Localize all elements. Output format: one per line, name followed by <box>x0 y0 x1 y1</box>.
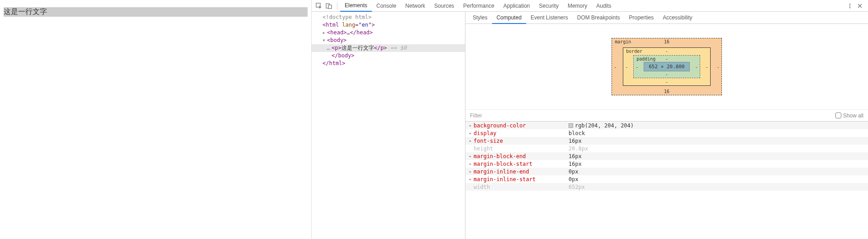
computed-property-row[interactable]: height20.8px <box>465 145 868 152</box>
styles-tab-computed[interactable]: Computed <box>492 12 526 24</box>
styles-tab-properties[interactable]: Properties <box>624 12 658 24</box>
box-model-border-label: border <box>626 49 642 54</box>
dom-line: ▸<head>…</head> <box>312 29 465 37</box>
property-value: rgb(204, 204, 204) <box>569 122 864 129</box>
computed-property-row[interactable]: ▸margin-block-end16px <box>465 152 868 160</box>
property-value: 16px <box>569 161 864 167</box>
property-name: width <box>474 184 569 190</box>
computed-properties-list[interactable]: ▸background-colorrgb(204, 204, 204)▸disp… <box>465 122 868 239</box>
styles-sidebar: Styles Computed Event Listeners DOM Brea… <box>465 12 868 239</box>
tab-console[interactable]: Console <box>372 0 401 12</box>
expand-triangle-icon[interactable]: ▸ <box>469 123 474 128</box>
styles-tab-accessibility[interactable]: Accessibility <box>658 12 697 24</box>
property-name: margin-inline-end <box>474 169 569 175</box>
tab-application[interactable]: Application <box>499 0 535 12</box>
tab-network[interactable]: Network <box>401 0 430 12</box>
toolbar-separator <box>337 2 337 9</box>
dom-line: <!doctype html> <box>312 14 465 21</box>
styles-tab-event-listeners[interactable]: Event Listeners <box>526 12 573 24</box>
property-value: 16px <box>569 138 864 144</box>
box-model-padding-label: padding <box>636 56 655 61</box>
computed-property-row[interactable]: width652px <box>465 183 868 191</box>
property-value: 0px <box>569 176 864 183</box>
color-swatch-icon[interactable] <box>569 123 573 128</box>
tab-elements[interactable]: Elements <box>340 0 372 12</box>
sample-paragraph[interactable]: 这是一行文字 <box>4 7 308 17</box>
property-name: margin-block-start <box>474 161 569 167</box>
property-name: background-color <box>474 122 569 129</box>
inspect-element-icon[interactable] <box>314 1 323 10</box>
devtools-toolbar: Elements Console Network Sources Perform… <box>312 0 868 12</box>
property-value: 16px <box>569 153 864 159</box>
dom-line: ▾<body> <box>312 37 465 44</box>
dom-line: <html lang="en"> <box>312 21 465 29</box>
kebab-menu-icon[interactable] <box>845 1 854 10</box>
styles-tab-dom-breakpoints[interactable]: DOM Breakpoints <box>573 12 625 24</box>
expand-triangle-icon[interactable]: ▸ <box>469 177 474 182</box>
property-value: 652px <box>569 184 864 190</box>
property-name: margin-block-end <box>474 153 569 159</box>
show-all-checkbox[interactable] <box>835 112 841 118</box>
svg-point-5 <box>849 7 850 8</box>
styles-tab-styles[interactable]: Styles <box>468 12 492 24</box>
expand-triangle-icon[interactable]: ▸ <box>469 154 474 159</box>
box-model-content: 652 × 20.800 <box>644 62 689 71</box>
tab-performance[interactable]: Performance <box>459 0 499 12</box>
expand-triangle-icon[interactable]: ▸ <box>469 138 474 143</box>
rendered-page: 这是一行文字 <box>0 0 311 239</box>
tab-sources[interactable]: Sources <box>430 0 459 12</box>
tab-security[interactable]: Security <box>535 0 563 12</box>
property-name: height <box>474 145 569 152</box>
svg-rect-2 <box>328 5 332 9</box>
svg-point-4 <box>849 5 850 6</box>
styles-tabs: Styles Computed Event Listeners DOM Brea… <box>465 12 868 24</box>
dom-line: </html> <box>312 60 465 67</box>
computed-property-row[interactable]: ▸background-colorrgb(204, 204, 204) <box>465 122 868 129</box>
expand-triangle-icon[interactable]: ▸ <box>469 169 474 174</box>
property-value: 20.8px <box>569 145 864 152</box>
dom-line: </body> <box>312 52 465 60</box>
computed-filter-bar: Filter Show all <box>465 110 868 122</box>
device-toolbar-icon[interactable] <box>324 1 333 10</box>
property-value: 0px <box>569 169 864 175</box>
computed-property-row[interactable]: ▸margin-inline-end0px <box>465 168 868 175</box>
expand-triangle-icon[interactable]: ▸ <box>469 131 474 136</box>
tab-memory[interactable]: Memory <box>563 0 592 12</box>
devtools-panel: Elements Console Network Sources Perform… <box>311 0 868 239</box>
computed-property-row[interactable]: ▸font-size16px <box>465 137 868 145</box>
show-all-label: Show all <box>843 112 863 119</box>
close-icon[interactable] <box>855 1 864 10</box>
box-model-diagram[interactable]: margin 16 16 - - border - - - - padding … <box>465 24 868 110</box>
expand-triangle-icon[interactable]: ▸ <box>469 161 474 166</box>
computed-property-row[interactable]: ▸margin-inline-start0px <box>465 175 868 183</box>
computed-property-row[interactable]: ▸margin-block-start16px <box>465 160 868 168</box>
tab-audits[interactable]: Audits <box>592 0 616 12</box>
svg-point-3 <box>849 3 850 4</box>
property-name: font-size <box>474 138 569 144</box>
box-model-margin-label: margin <box>615 39 631 44</box>
dom-line-selected[interactable]: …<p>这是一行文字</p> == $0 <box>312 44 465 52</box>
property-name: display <box>474 130 569 136</box>
property-value: block <box>569 130 864 136</box>
dom-tree-panel[interactable]: <!doctype html> <html lang="en"> ▸<head>… <box>312 12 465 239</box>
property-name: margin-inline-start <box>474 176 569 183</box>
computed-property-row[interactable]: ▸displayblock <box>465 129 868 137</box>
filter-input[interactable]: Filter <box>470 112 482 119</box>
